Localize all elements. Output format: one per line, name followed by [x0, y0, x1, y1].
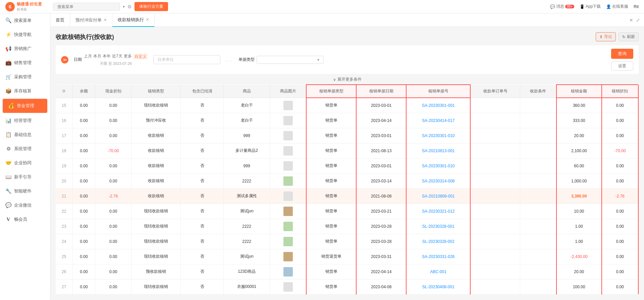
unit-input[interactable]: 往来单位: [153, 55, 220, 64]
filter-type-item: 单据类型 ▾: [238, 56, 324, 64]
row-cancel-bill-no[interactable]: ABC-001: [406, 264, 470, 279]
row-cancel-bill-date: 2021-08-13: [356, 143, 406, 158]
row-cancel-bill-no[interactable]: SL-20230408-001: [406, 279, 470, 294]
filter-expand-btn[interactable]: ≫: [61, 56, 68, 63]
sidebar-item-wechat[interactable]: 💬 企业微信: [0, 198, 50, 212]
row-cancel-bill-no[interactable]: SA-20230301-010: [406, 128, 470, 143]
last-7days-btn[interactable]: 近7天: [112, 53, 122, 60]
sidebar-item-sales[interactable]: 💼 销售管理: [0, 56, 50, 70]
table-row: 27 0.00 0.00 现结收款核销 否 衣服00001 销货单 2023-0…: [56, 279, 638, 294]
row-cancel-amount: 2,100.00: [556, 143, 602, 158]
sidebar-item-enterprise[interactable]: 🤝 企业协同: [0, 156, 50, 170]
sidebar-item-search[interactable]: 🔍 搜索菜单: [0, 13, 50, 28]
row-cancel-bill-date: 2023-03-01: [356, 98, 406, 113]
sidebar-item-system[interactable]: ⚙ 系统管理: [0, 142, 50, 156]
last-month-btn[interactable]: 上月: [84, 53, 92, 60]
this-month-btn[interactable]: 本月: [93, 53, 101, 60]
sidebar-item-hardware[interactable]: 🔧 智能硬件: [0, 184, 50, 198]
type-select[interactable]: ▾: [257, 56, 324, 64]
user-name[interactable]: Rit: [634, 4, 639, 9]
sidebar-item-inventory[interactable]: 📦 库存核算: [0, 84, 50, 98]
row-goods: 测试jun: [223, 249, 270, 264]
dropdown-arrow[interactable]: ▾: [123, 4, 125, 9]
sidebar-item-purchase[interactable]: 🛒 采购管理: [0, 70, 50, 84]
row-goods-img: [270, 173, 306, 188]
row-cancel-bill-date: 2022-04-14: [356, 264, 406, 279]
row-receipt-condition: [520, 294, 556, 295]
app-download-btn[interactable]: 📱 App下载: [580, 4, 601, 9]
chart-icon: 📊: [5, 118, 11, 124]
row-cancel-bill-no[interactable]: SL-20230418-001: [406, 294, 470, 295]
guide-icon: 📖: [5, 174, 11, 180]
row-cancel-discount: 0.00: [602, 294, 638, 295]
row-cancel-amount: 100.00: [556, 279, 602, 294]
this-year-btn[interactable]: 本年: [103, 53, 111, 60]
industry-btn[interactable]: 体验行业方案: [135, 2, 168, 11]
close-prepay-tab[interactable]: ✕: [104, 18, 107, 22]
row-included: 否: [181, 219, 223, 234]
more-dates-btn[interactable]: 更多: [124, 53, 132, 60]
row-included: 否: [181, 113, 223, 128]
row-cancel-bill-no[interactable]: SL-20230328-002: [406, 234, 470, 249]
row-cancel-bill-no[interactable]: SA-20230301-010: [406, 158, 470, 173]
row-cash-discount: 0.00: [95, 279, 131, 294]
tab-home[interactable]: 首页: [50, 13, 70, 27]
row-included: 否: [181, 264, 223, 279]
row-included: 否: [181, 204, 223, 219]
sidebar-item-member[interactable]: V 畅会员: [0, 212, 50, 226]
row-balance: 0.00: [72, 188, 95, 204]
custom-date-btn[interactable]: 自定义: [133, 53, 148, 60]
table-row: 15 0.00 0.00 现结收款核销 否 老白干 销货单 2023-03-01…: [56, 98, 638, 113]
row-cancel-bill-type: 销货单: [306, 219, 356, 234]
export-button[interactable]: ⬆ 导出: [596, 32, 616, 41]
row-cancel-amount: 360.00: [556, 98, 602, 113]
sidebar-item-quicknav[interactable]: ⚡ 快捷导航: [0, 28, 50, 42]
table-row: 17 0.00 0.00 收款核销 否 999 销货单 2023-03-01 S…: [56, 128, 638, 143]
row-goods: 2222: [223, 294, 270, 295]
messages-btn[interactable]: 💬 消息 99+: [550, 4, 574, 9]
row-cancel-bill-no[interactable]: SA-20230331-026: [406, 249, 470, 264]
query-button[interactable]: 查询: [611, 49, 633, 59]
settings-button[interactable]: 设置: [611, 61, 633, 71]
close-cancel-tab[interactable]: ✕: [146, 17, 149, 22]
row-cancel-bill-no[interactable]: SA-20230314-008: [406, 173, 470, 188]
expand-conditions-btn[interactable]: ∨ 展开更多条件: [333, 77, 362, 82]
settings-gear-icon[interactable]: ⚙: [127, 4, 132, 9]
row-cancel-bill-date: 2023-04-14: [356, 113, 406, 128]
row-id: 20: [56, 173, 72, 188]
row-balance: 0.00: [72, 113, 95, 128]
sidebar-item-finance[interactable]: 💰 资金管理: [3, 99, 47, 113]
row-cancel-bill-no[interactable]: SA-20230321-012: [406, 204, 470, 219]
row-cancel-discount: 0.00: [602, 173, 638, 188]
sidebar-item-marketing[interactable]: 📢 营销推广: [0, 42, 50, 56]
row-cancel-type: 预付冲应收: [131, 113, 180, 128]
row-goods: 测试jun: [223, 204, 270, 219]
refresh-button[interactable]: ↻ 刷新: [619, 32, 639, 41]
row-cancel-type: 现结收款核销: [131, 204, 180, 219]
row-cancel-bill-no[interactable]: SA-20230414-017: [406, 113, 470, 128]
tab-cancel[interactable]: 收款核销执行 ✕: [112, 13, 155, 27]
column-settings-icon[interactable]: ⚙: [62, 89, 66, 93]
tab-prepay[interactable]: 预付冲应付单 ✕: [70, 13, 112, 27]
restore-icon[interactable]: ⤢: [636, 17, 640, 23]
row-receipt-order-no: [470, 158, 520, 173]
row-cancel-bill-no[interactable]: SL-20230328-001: [406, 219, 470, 234]
search-input[interactable]: [53, 3, 120, 11]
close-all-icon[interactable]: ✕: [629, 17, 633, 23]
row-cancel-type: 预收款核销: [131, 264, 180, 279]
row-goods-img: [270, 219, 306, 234]
online-service-btn[interactable]: 👤 在线客服: [606, 4, 628, 9]
sidebar-item-basic[interactable]: 📋 基础信息: [0, 128, 50, 142]
system-icon: ⚙: [5, 146, 11, 152]
row-id: 27: [56, 279, 72, 294]
page-header: 收款核销执行(按收款) ⬆ 导出 ↻ 刷新: [56, 32, 639, 41]
sidebar-item-guide[interactable]: 📖 新手引导: [0, 170, 50, 184]
row-cancel-bill-no[interactable]: SA-20230301-001: [406, 98, 470, 113]
row-cancel-bill-no[interactable]: SA-20210808-001: [406, 188, 470, 204]
row-cancel-bill-no[interactable]: SA-20210813-001: [406, 143, 470, 158]
row-goods-img: [270, 204, 306, 219]
sidebar-item-management[interactable]: 📊 经营管理: [0, 114, 50, 128]
row-cancel-bill-type: 销货单: [306, 173, 356, 188]
row-cancel-bill-type: 销货单: [306, 279, 356, 294]
row-id: 28: [56, 294, 72, 295]
